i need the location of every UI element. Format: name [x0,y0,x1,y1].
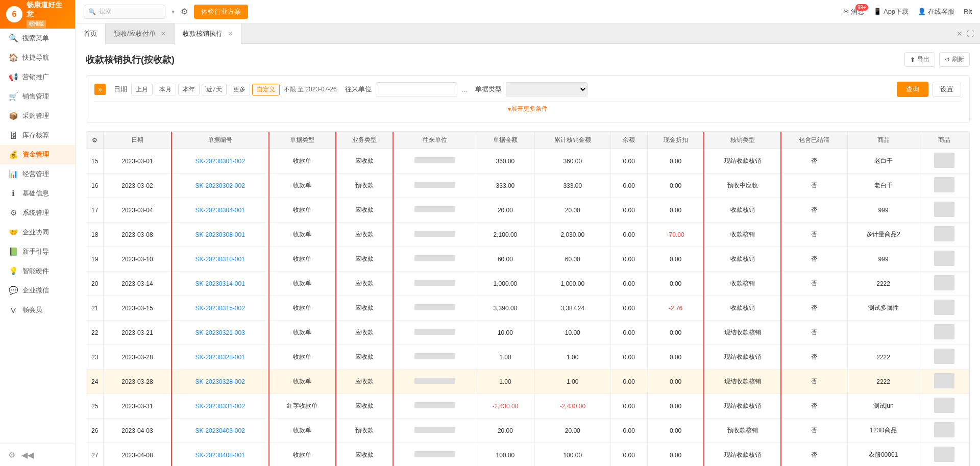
cell-unit [393,247,476,272]
cell-amount: 20.00 [476,198,535,223]
sidebar-item-enterprise[interactable]: 🤝 企业协同 [0,223,75,242]
cell-num: 18 [86,223,104,247]
last-7days-btn[interactable]: 近7天 [202,84,227,95]
settings-footer-icon[interactable]: ⚙ [8,450,15,460]
table-row: 18 2023-03-08 SK-20230308-001 收款单 应收款 2,… [86,223,969,247]
sidebar-item-marketing[interactable]: 📢 营销推广 [0,67,75,87]
cell-bill-no: SK-20230315-002 [172,296,269,321]
close-window-icon[interactable]: ✕ [957,30,963,38]
sidebar-item-nav[interactable]: 🏠 快捷导航 [0,48,75,67]
cell-bill-type: 收款单 [269,223,336,247]
cell-amount: 1.00 [476,370,535,394]
cell-write-off: 333.00 [534,174,610,198]
cell-include-cleared: 否 [781,370,847,394]
sidebar-item-guide[interactable]: 📗 新手引导 [0,242,75,261]
bill-no-link[interactable]: SK-20230408-001 [195,452,244,459]
unit-dots-icon[interactable]: ... [461,85,468,93]
sidebar-item-operations[interactable]: 📊 经营管理 [0,164,75,184]
unit-filter-item: 往来单位 ... [345,82,468,96]
collapse-icon[interactable]: ◀◀ [21,450,34,460]
export-button[interactable]: ⬆ 导出 [904,52,935,67]
filter-row: » 日期 上月 本月 本年 近7天 更多 自定义 不限 至 2023-07-26 [94,82,961,97]
tab-window-actions: ✕ ⛶ [950,30,980,38]
bill-no-link[interactable]: SK-20230315-002 [195,305,244,312]
tab-collection-close-icon[interactable]: ✕ [228,30,233,37]
sidebar-item-member[interactable]: V 畅会员 [0,300,75,320]
cell-bill-type: 收款单 [269,149,336,174]
bill-no-link[interactable]: SK-20230310-001 [195,256,244,263]
sidebar-item-hardware[interactable]: 💡 智能硬件 [0,261,75,281]
bill-no-link[interactable]: SK-20230328-001 [195,354,244,361]
cell-biz-type: 应收款 [336,370,393,394]
sales-icon: 🛒 [8,92,18,101]
bill-no-link[interactable]: SK-20230328-002 [195,378,244,385]
table-row: 27 2023-04-08 SK-20230408-001 收款单 应收款 10… [86,443,969,467]
this-year-btn[interactable]: 本年 [178,84,200,95]
sidebar-item-wechat[interactable]: 💬 企业微信 [0,281,75,300]
cell-bill-no: SK-20230304-001 [172,198,269,223]
tab-home[interactable]: 首页 [76,23,106,44]
tab-prepaid-close-icon[interactable]: ✕ [161,30,166,37]
cell-unit [393,419,476,443]
sidebar-item-system[interactable]: ⚙ 系统管理 [0,203,75,223]
gear-icon[interactable]: ⚙ [181,7,188,16]
cell-amount: 20.00 [476,419,535,443]
filter-toggle-button[interactable]: » [94,84,106,95]
app-download-button[interactable]: 📱 App下载 [873,7,909,16]
sidebar-footer: ⚙ ◀◀ [0,444,75,466]
maximize-window-icon[interactable]: ⛶ [967,30,974,38]
sidebar-menu: 🔍 搜索菜单 🏠 快捷导航 📢 营销推广 🛒 销售管理 📦 采购管理 🗄 库存核… [0,29,75,444]
th-settings[interactable]: ⚙ [86,132,104,149]
sidebar-item-basic[interactable]: ℹ 基础信息 [0,184,75,203]
unit-search-input[interactable] [376,82,457,96]
cell-amount: 333.00 [476,174,535,198]
bill-no-link[interactable]: SK-20230314-001 [195,280,244,287]
bill-no-link[interactable]: SK-20230302-002 [195,182,244,189]
cell-include-cleared: 否 [781,174,847,198]
expand-filter-button[interactable]: ▾ 展开更多条件 [94,101,961,116]
cell-wo-type: 现结收款核销 [704,321,780,345]
custom-date-btn[interactable]: 自定义 [252,84,280,95]
refresh-button[interactable]: ↺ 刷新 [939,52,970,67]
tab-collection[interactable]: 收款核销执行 ✕ [175,23,241,44]
cell-discount: 0.00 [647,272,704,296]
settings-button[interactable]: 设置 [933,82,961,97]
sidebar-item-finance[interactable]: 💰 资金管理 [0,145,75,164]
cell-discount: 0.00 [647,345,704,370]
cell-write-off: 100.00 [534,443,610,467]
cell-bill-no: SK-20230328-002 [172,370,269,394]
cell-discount: 0.00 [647,149,704,174]
last-month-btn[interactable]: 上月 [131,84,153,95]
bill-no-link[interactable]: SK-20230321-003 [195,329,244,336]
cell-include-cleared: 否 [781,419,847,443]
dropdown-arrow-icon[interactable]: ▾ [172,8,175,15]
industry-solution-button[interactable]: 体验行业方案 [194,5,248,19]
sidebar-item-purchase[interactable]: 📦 采购管理 [0,106,75,126]
data-table-wrap: ⚙ 日期 单据编号 单据类型 业务类型 往来单位 单据金额 累计核销金额 余额 … [86,131,970,466]
column-settings-icon[interactable]: ⚙ [92,137,97,144]
sidebar-item-inventory[interactable]: 🗄 库存核算 [0,126,75,145]
bill-no-link[interactable]: SK-20230308-001 [195,231,244,238]
messages-button[interactable]: ✉ 消息 99+ [843,7,864,16]
basic-icon: ℹ [8,189,18,198]
online-service-button[interactable]: 👤 在线客服 [918,7,954,16]
bill-no-link[interactable]: SK-20230331-002 [195,403,244,410]
bill-no-link[interactable]: SK-20230304-001 [195,207,244,214]
sidebar-item-sales[interactable]: 🛒 销售管理 [0,87,75,106]
bill-no-link[interactable]: SK-20230301-002 [195,158,244,165]
sidebar-item-search[interactable]: 🔍 搜索菜单 [0,29,75,48]
cell-discount: -2.76 [647,296,704,321]
th-wo-type: 核销类型 [704,132,780,149]
more-date-btn[interactable]: 更多 [229,84,250,95]
sidebar-item-label: 经营管理 [22,169,49,179]
this-month-btn[interactable]: 本月 [155,84,176,95]
tab-prepaid[interactable]: 预收/应收付单 ✕ [106,23,175,44]
cell-amount: 360.00 [476,149,535,174]
cell-date: 2023-03-14 [104,272,172,296]
query-button[interactable]: 查询 [897,82,928,97]
bill-type-select[interactable] [506,82,587,96]
cell-write-off: 360.00 [534,149,610,174]
sidebar-item-label: 企业协同 [22,228,49,237]
th-discount: 现金折扣 [647,132,704,149]
bill-no-link[interactable]: SK-20230403-002 [195,427,244,434]
